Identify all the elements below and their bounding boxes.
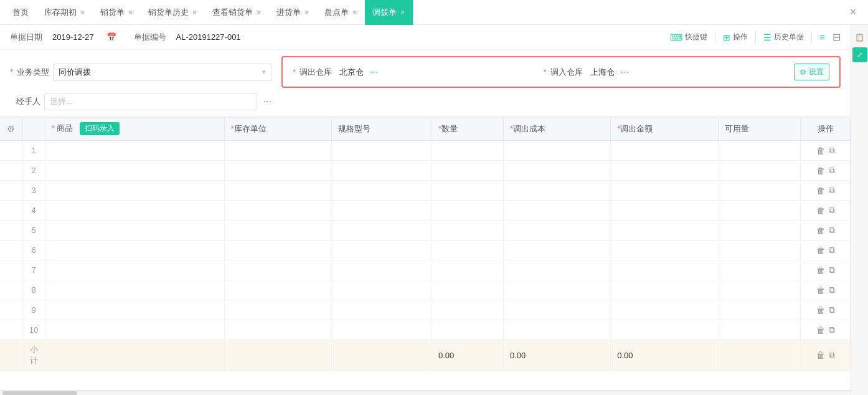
tab-close-sales-order[interactable]: × — [128, 8, 133, 17]
cell-product-8[interactable] — [45, 280, 224, 300]
cell-unit-7[interactable] — [224, 260, 331, 280]
cell-spec-5[interactable] — [331, 221, 432, 240]
cell-available-6[interactable] — [718, 240, 800, 260]
cell-available-2[interactable] — [718, 161, 800, 181]
cell-unit-4[interactable] — [224, 201, 331, 221]
delete-icon-row-6[interactable]: 🗑 — [816, 245, 825, 255]
cell-amount-4[interactable] — [611, 201, 718, 221]
copy-icon-row-10[interactable]: ⧉ — [829, 325, 835, 335]
cell-qty-4[interactable] — [432, 201, 504, 221]
cell-product-1[interactable] — [45, 141, 224, 161]
copy-icon-row-3[interactable]: ⧉ — [829, 185, 835, 196]
table-gear-icon[interactable]: ⚙ — [7, 124, 15, 134]
cell-spec-9[interactable] — [331, 300, 432, 320]
cell-available-3[interactable] — [718, 181, 800, 201]
cell-cost-4[interactable] — [503, 201, 610, 221]
cell-available-1[interactable] — [718, 141, 800, 161]
tab-sales-history[interactable]: 销货单历史 × — [141, 0, 205, 25]
subtotal-delete-icon[interactable]: 🗑 — [816, 350, 825, 360]
cell-amount-7[interactable] — [611, 260, 718, 280]
copy-icon-row-9[interactable]: ⧉ — [829, 305, 835, 315]
delete-icon-row-3[interactable]: 🗑 — [816, 186, 825, 196]
shortcut-btn[interactable]: ⌨ 快捷键 — [670, 32, 707, 42]
th-settings[interactable]: ⚙ — [0, 117, 22, 141]
tab-transfer-order[interactable]: 调拨单 × — [365, 0, 413, 25]
delete-icon-row-10[interactable]: 🗑 — [816, 325, 825, 335]
cell-qty-10[interactable] — [432, 320, 504, 340]
cell-unit-6[interactable] — [224, 240, 331, 260]
cell-cost-2[interactable] — [503, 161, 610, 181]
settings-button[interactable]: ⚙ 设置 — [794, 64, 829, 80]
cell-cost-9[interactable] — [503, 300, 610, 320]
cell-unit-5[interactable] — [224, 221, 331, 240]
cell-spec-1[interactable] — [331, 141, 432, 161]
cell-product-4[interactable] — [45, 201, 224, 221]
scan-button[interactable]: 扫码录入 — [80, 122, 120, 135]
cell-unit-9[interactable] — [224, 300, 331, 320]
cell-qty-7[interactable] — [432, 260, 504, 280]
window-close-button[interactable]: × — [843, 2, 863, 22]
cell-spec-2[interactable] — [331, 161, 432, 181]
cell-cost-6[interactable] — [503, 240, 610, 260]
tab-close-inventory-count[interactable]: × — [352, 8, 357, 17]
cell-qty-1[interactable] — [432, 141, 504, 161]
cell-product-2[interactable] — [45, 161, 224, 181]
cell-unit-2[interactable] — [224, 161, 331, 181]
cell-unit-10[interactable] — [224, 320, 331, 340]
layout-btn-1[interactable]: ≡ — [819, 32, 825, 43]
tab-purchase[interactable]: 进货单 × — [269, 0, 317, 25]
copy-icon-row-1[interactable]: ⧉ — [829, 145, 835, 156]
cell-qty-5[interactable] — [432, 221, 504, 240]
delete-icon-row-1[interactable]: 🗑 — [816, 146, 825, 156]
delete-icon-row-7[interactable]: 🗑 — [816, 265, 825, 275]
cell-product-3[interactable] — [45, 181, 224, 201]
cell-qty-9[interactable] — [432, 300, 504, 320]
cell-available-7[interactable] — [718, 260, 800, 280]
tab-inventory-count[interactable]: 盘点单 × — [317, 0, 365, 25]
delete-icon-row-4[interactable]: 🗑 — [816, 206, 825, 216]
cell-qty-6[interactable] — [432, 240, 504, 260]
delete-icon-row-8[interactable]: 🗑 — [816, 285, 825, 295]
delete-icon-row-5[interactable]: 🗑 — [816, 226, 825, 236]
cell-available-9[interactable] — [718, 300, 800, 320]
cell-spec-3[interactable] — [331, 181, 432, 201]
cell-product-10[interactable] — [45, 320, 224, 340]
cell-spec-7[interactable] — [331, 260, 432, 280]
cell-cost-10[interactable] — [503, 320, 610, 340]
cell-cost-3[interactable] — [503, 181, 610, 201]
cell-qty-3[interactable] — [432, 181, 504, 201]
cell-spec-8[interactable] — [331, 280, 432, 300]
copy-icon-row-4[interactable]: ⧉ — [829, 205, 835, 216]
copy-icon-row-6[interactable]: ⧉ — [829, 245, 835, 255]
tab-close-inventory-init[interactable]: × — [80, 8, 85, 17]
tab-view-sales[interactable]: 查看销货单 × — [205, 0, 269, 25]
cell-product-7[interactable] — [45, 260, 224, 280]
tab-inventory-init[interactable]: 库存期初 × — [37, 0, 93, 25]
layout-btn-2[interactable]: ⊟ — [833, 31, 841, 43]
sidebar-doc-btn[interactable]: 📋 — [852, 30, 867, 45]
cell-amount-1[interactable] — [611, 141, 718, 161]
tab-close-view-sales[interactable]: × — [257, 8, 261, 17]
cell-qty-2[interactable] — [432, 161, 504, 181]
copy-icon-row-7[interactable]: ⧉ — [829, 265, 835, 275]
sidebar-external-btn[interactable]: ⤢ — [852, 47, 867, 62]
cell-product-5[interactable] — [45, 221, 224, 240]
cell-product-6[interactable] — [45, 240, 224, 260]
delete-icon-row-9[interactable]: 🗑 — [816, 305, 825, 315]
cell-spec-4[interactable] — [331, 201, 432, 221]
cell-spec-10[interactable] — [331, 320, 432, 340]
tab-home[interactable]: 首页 — [5, 0, 37, 25]
cell-cost-8[interactable] — [503, 280, 610, 300]
operations-btn[interactable]: ⊞ 操作 — [723, 32, 748, 42]
handler-dropdown[interactable]: 选择... — [44, 93, 257, 110]
calendar-icon[interactable]: 📅 — [106, 32, 116, 42]
cell-amount-2[interactable] — [611, 161, 718, 181]
tab-close-purchase[interactable]: × — [304, 8, 309, 17]
subtotal-copy-icon[interactable]: ⧉ — [829, 350, 835, 361]
cell-available-10[interactable] — [718, 320, 800, 340]
tab-sales-order[interactable]: 销货单 × — [93, 0, 141, 25]
copy-icon-row-2[interactable]: ⧉ — [829, 165, 835, 176]
cell-amount-9[interactable] — [611, 300, 718, 320]
copy-icon-row-8[interactable]: ⧉ — [829, 285, 835, 295]
biz-type-dropdown[interactable]: 同价调拨 ▾ — [53, 64, 271, 81]
